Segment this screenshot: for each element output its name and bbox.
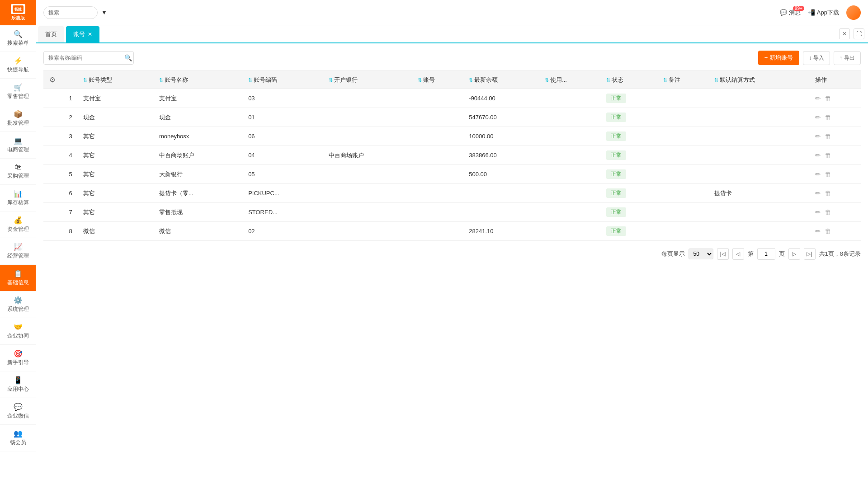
delete-btn[interactable]: 🗑 [825,113,831,122]
sidebar-item-guide[interactable]: 🎯 新手引导 [0,345,36,371]
sidebar-item-enterprise-wechat[interactable]: 💬 企业微信 [0,398,36,425]
new-account-button[interactable]: + 新增账号 [758,51,799,65]
row-code: 01 [245,108,325,127]
sidebar-item-retail[interactable]: 🛒 零售管理 [0,79,36,105]
sidebar-item-label: 零售管理 [7,93,29,99]
user-avatar[interactable] [846,5,861,20]
edit-btn[interactable]: ✏ [815,208,821,216]
sidebar-item-search-menu[interactable]: 🔍 搜索菜单 [0,25,36,52]
topbar-left: ▼ [43,6,107,19]
row-note [660,203,711,222]
row-default-settlement [711,222,811,241]
col-header-code[interactable]: ⇅账号编码 [245,71,325,89]
edit-btn[interactable]: ✏ [815,170,821,178]
search-button[interactable]: 🔍 [121,52,134,64]
col-header-note[interactable]: ⇅备注 [660,71,711,89]
sidebar-item-member[interactable]: 👥 畅会员 [0,425,36,451]
toolbar-right: + 新增账号 ↓ 导入 ↑ 导出 [758,51,861,65]
sidebar-item-inventory[interactable]: 📊 库存核算 [0,185,36,211]
wholesale-icon: 📦 [2,110,33,118]
table-row: 7 其它 零售抵现 STORED... 正常 ✏ 🗑 [43,203,861,222]
page-size-select[interactable]: 50 10 20 100 [689,249,713,259]
tab-close-all-btn[interactable]: ✕ [839,28,850,39]
row-bank [325,127,414,146]
edit-btn[interactable]: ✏ [815,189,821,197]
basic-info-icon: 📋 [2,269,33,278]
col-header-account[interactable]: ⇅账号 [414,71,465,89]
row-type: 其它 [80,184,156,203]
edit-btn[interactable]: ✏ [815,151,821,160]
delete-btn[interactable]: 🗑 [825,94,831,103]
sidebar-item-purchase[interactable]: 🛍 采购管理 [0,159,36,185]
sidebar-item-enterprise[interactable]: 🤝 企业协同 [0,318,36,345]
sidebar-item-system[interactable]: ⚙️ 系统管理 [0,291,36,318]
delete-btn[interactable]: 🗑 [825,208,831,216]
row-status: 正常 [603,89,660,108]
table-settings-icon[interactable]: ⚙ [49,75,56,84]
edit-btn[interactable]: ✏ [815,132,821,141]
row-code: STORED... [245,203,325,222]
next-page-btn[interactable]: ▷ [788,248,800,260]
sidebar-item-basic-info[interactable]: 📋 基础信息 [0,265,36,291]
col-header-name[interactable]: ⇅账号名称 [156,71,245,89]
edit-btn[interactable]: ✏ [815,94,821,103]
row-status: 正常 [603,108,660,127]
row-account [414,184,465,203]
sidebar-item-operation[interactable]: 📈 经营管理 [0,238,36,265]
sidebar-item-wholesale[interactable]: 📦 批发管理 [0,105,36,132]
account-tab-label: 账号 [73,30,85,38]
export-icon: ↑ [840,55,842,61]
table-row: 5 其它 大新银行 05 500.00 正常 ✏ 🗑 [43,165,861,184]
col-header-balance[interactable]: ⇅最新余额 [465,71,541,89]
tab-close-btn[interactable]: ✕ [88,32,92,37]
sidebar-item-app-center[interactable]: 📱 应用中心 [0,371,36,398]
tab-home[interactable]: 首页 [38,26,64,42]
col-header-usage[interactable]: ⇅使用... [541,71,603,89]
edit-btn[interactable]: ✏ [815,113,821,122]
first-page-btn[interactable]: |◁ [717,248,729,260]
col-header-type[interactable]: ⇅账号类型 [80,71,156,89]
page-size-label: 每页显示 [661,250,685,258]
edit-btn[interactable]: ✏ [815,227,821,235]
export-button[interactable]: ↑ 导出 [834,51,861,65]
search-box: 🔍 [43,51,134,65]
row-type: 微信 [80,222,156,241]
row-note [660,184,711,203]
table-row: 3 其它 moneybosx 06 10000.00 正常 ✏ 🗑 [43,127,861,146]
search-input[interactable] [44,52,121,64]
message-btn[interactable]: 💬 消息 99+ [780,9,801,17]
row-balance: 500.00 [465,165,541,184]
sidebar-item-finance[interactable]: 💰 资金管理 [0,211,36,238]
page-suffix-label: 页 [779,250,785,258]
sidebar-item-shortcut-nav[interactable]: ⚡ 快捷导航 [0,52,36,79]
col-header-bank[interactable]: ⇅开户银行 [325,71,414,89]
last-page-btn[interactable]: ▷| [804,248,816,260]
col-header-default-settlement[interactable]: ⇅默认结算方式 [711,71,811,89]
sidebar-item-ecommerce[interactable]: 💻 电商管理 [0,132,36,159]
row-balance: 547670.00 [465,108,541,127]
table-row: 1 支付宝 支付宝 03 -90444.00 正常 ✏ 🗑 [43,89,861,108]
delete-btn[interactable]: 🗑 [825,151,831,160]
row-no: 1 [61,89,80,108]
topbar-search-input[interactable] [43,6,98,19]
page-number-input[interactable] [757,248,775,260]
sidebar-item-label: 新手引导 [7,359,29,366]
delete-btn[interactable]: 🗑 [825,189,831,197]
delete-btn[interactable]: 🗑 [825,170,831,178]
delete-btn[interactable]: 🗑 [825,132,831,141]
row-code: 06 [245,127,325,146]
row-code: 05 [245,165,325,184]
delete-btn[interactable]: 🗑 [825,227,831,235]
app-download-btn[interactable]: 📲 App下载 [808,9,839,17]
operation-icon: 📈 [2,243,33,251]
topbar-dropdown[interactable]: ▼ [101,9,107,16]
row-actions: ✏ 🗑 [811,203,861,222]
tab-account[interactable]: 账号 ✕ [66,26,99,42]
tab-fullscreen-btn[interactable]: ⛶ [854,28,864,39]
row-name: 提货卡（零... [156,184,245,203]
prev-page-btn[interactable]: ◁ [732,248,744,260]
import-button[interactable]: ↓ 导入 [803,51,830,65]
row-balance: -90444.00 [465,89,541,108]
col-header-status[interactable]: ⇅状态 [603,71,660,89]
row-usage [541,108,603,127]
